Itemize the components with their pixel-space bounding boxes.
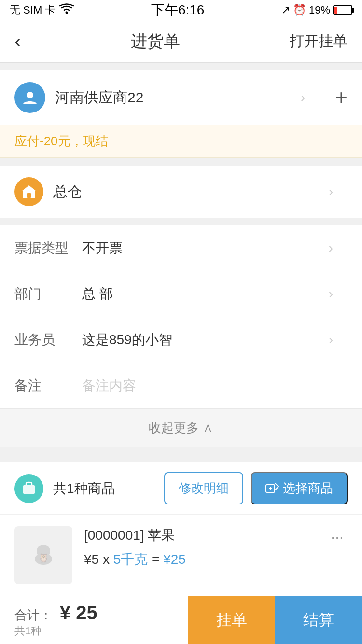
collapse-bar[interactable]: 收起更多 ∧ (0, 408, 362, 447)
add-button[interactable]: + (335, 87, 348, 108)
svg-point-1 (27, 92, 33, 98)
remark-label: 备注 (14, 377, 82, 395)
wifi-icon (59, 3, 74, 17)
salesperson-row[interactable]: 业务员 这是859的小智 › (0, 317, 362, 363)
back-button[interactable]: ‹ (14, 30, 21, 52)
product-icon (14, 474, 43, 503)
status-time: 下午6:16 (151, 1, 205, 19)
product-title: 苹果 (148, 528, 175, 543)
hang-button[interactable]: 挂单 (188, 596, 275, 644)
invoice-chevron-icon: › (329, 240, 333, 256)
warehouse-name: 总仓 (53, 182, 329, 202)
location-icon: ↗ (281, 4, 290, 16)
salesperson-value: 这是859的小智 (82, 331, 329, 349)
product-info: [0000001] 苹果 ¥5 x 5千克 = ¥25 (84, 526, 327, 569)
svg-rect-5 (23, 485, 35, 494)
warehouse-icon (14, 177, 43, 206)
supplier-chevron-icon: › (301, 90, 305, 105)
nav-bar: ‹ 进货单 打开挂单 (0, 20, 362, 63)
product-thumbnail: 🦉 (14, 526, 72, 584)
total-sub-label: 共1种 (14, 624, 174, 638)
alarm-icon: ⏰ (293, 4, 306, 16)
modify-detail-button[interactable]: 修改明细 (164, 472, 243, 504)
collapse-label: 收起更多 ∧ (149, 420, 213, 435)
quantity: 5千克 (113, 552, 148, 567)
product-more-button[interactable]: ··· (327, 526, 348, 548)
battery-icon (333, 5, 352, 15)
status-carrier: 无 SIM 卡 (10, 3, 74, 17)
bottom-bar: 合计： ¥ 25 共1种 挂单 结算 (0, 596, 362, 644)
vertical-divider (320, 86, 320, 109)
page-title: 进货单 (131, 30, 180, 53)
product-count: 共1种商品 (53, 479, 164, 498)
product-item: 🦉 [0000001] 苹果 ¥5 x 5千克 = ¥25 ··· (0, 515, 362, 596)
total-section: 合计： ¥ 25 共1种 (0, 602, 188, 638)
department-label: 部门 (14, 285, 82, 303)
divider-1 (0, 158, 362, 166)
total-amount: ¥ 25 (60, 602, 97, 623)
equals: = (148, 552, 163, 567)
department-value: 总 部 (82, 285, 329, 303)
svg-rect-4 (27, 193, 31, 198)
department-chevron-icon: › (329, 286, 333, 302)
select-product-button[interactable]: 选择商品 (251, 472, 348, 504)
invoice-type-row[interactable]: 票据类型 不开票 › (0, 225, 362, 271)
warehouse-row[interactable]: 总仓 › (0, 166, 362, 218)
invoice-value: 不开票 (82, 239, 329, 257)
battery-percent: 19% (309, 4, 330, 16)
product-section: 共1种商品 修改明细 选择商品 🦉 [0000001] 苹果 (0, 462, 362, 596)
product-code: [0000001] (84, 528, 148, 543)
settle-button[interactable]: 结算 (275, 596, 362, 644)
status-right-area: ↗ ⏰ 19% (281, 4, 352, 16)
divider-2 (0, 447, 362, 455)
salesperson-label: 业务员 (14, 331, 82, 349)
remark-input[interactable]: 备注内容 (82, 377, 348, 395)
warehouse-section: 总仓 › (0, 166, 362, 218)
supplier-section: 河南供应商22 › + 应付-20元，现结 (0, 70, 362, 158)
supplier-avatar (14, 82, 45, 113)
total-label: 合计： (14, 608, 52, 622)
open-hang-button[interactable]: 打开挂单 (290, 31, 348, 51)
form-section: 票据类型 不开票 › 部门 总 部 › 业务员 这是859的小智 › 备注 备注… (0, 225, 362, 408)
invoice-label: 票据类型 (14, 239, 82, 257)
supplier-name: 河南供应商22 (55, 88, 301, 108)
salesperson-chevron-icon: › (329, 332, 333, 348)
status-bar: 无 SIM 卡 下午6:16 ↗ ⏰ 19% (0, 0, 362, 20)
product-name: [0000001] 苹果 (84, 526, 327, 545)
top-divider (0, 63, 362, 70)
remark-row[interactable]: 备注 备注内容 (0, 363, 362, 408)
svg-text:🦉: 🦉 (38, 553, 49, 563)
svg-point-0 (66, 12, 68, 14)
product-price: ¥5 x 5千克 = ¥25 (84, 550, 327, 569)
warehouse-chevron-icon: › (329, 184, 333, 199)
product-header: 共1种商品 修改明细 选择商品 (0, 462, 362, 515)
unit-price: ¥5 x (84, 552, 113, 567)
svg-marker-3 (22, 185, 36, 191)
department-row[interactable]: 部门 总 部 › (0, 271, 362, 317)
total-price: ¥25 (163, 552, 186, 567)
select-product-label: 选择商品 (283, 480, 333, 497)
notice-bar: 应付-20元，现结 (0, 125, 362, 158)
supplier-row[interactable]: 河南供应商22 › + (0, 70, 362, 125)
